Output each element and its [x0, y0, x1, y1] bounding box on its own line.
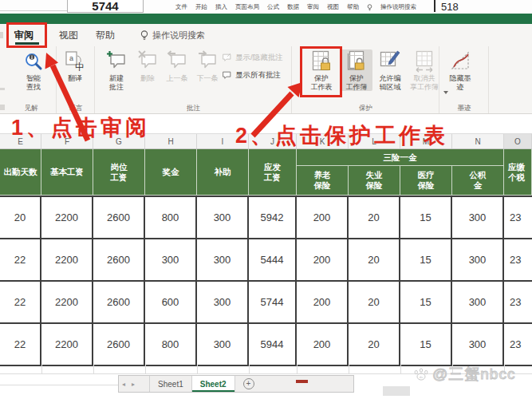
- table-cell[interactable]: 15: [400, 282, 452, 324]
- header-base-salary[interactable]: 基本工资: [41, 149, 93, 196]
- table-cell[interactable]: 300: [145, 239, 197, 282]
- table-cell[interactable]: 2200: [41, 197, 93, 239]
- table-cell[interactable]: 200: [297, 197, 349, 239]
- table-cell[interactable]: 22: [0, 282, 41, 324]
- menu-review[interactable]: 审阅: [307, 3, 319, 11]
- table-cell[interactable]: 20: [349, 239, 400, 282]
- table-cell[interactable]: 300: [452, 239, 504, 282]
- header-attendance-days[interactable]: 出勤天数: [0, 149, 41, 196]
- table-cell[interactable]: 23: [504, 324, 532, 366]
- column-header-J[interactable]: J: [249, 134, 297, 148]
- unshare-workbook-button[interactable]: 取消共享工作簿: [408, 49, 440, 91]
- table-cell[interactable]: 2200: [41, 282, 93, 324]
- header-medical-insurance[interactable]: 医疗保险: [400, 166, 452, 196]
- column-header-I[interactable]: I: [197, 134, 249, 148]
- header-gross-pay[interactable]: 应发工资: [249, 149, 297, 196]
- menu-formulas[interactable]: 公式: [267, 3, 279, 11]
- table-cell[interactable]: 300: [197, 197, 249, 239]
- header-unemployment-insurance[interactable]: 失业保险: [349, 166, 400, 196]
- table-cell[interactable]: 20: [349, 282, 400, 324]
- table-cell[interactable]: 2600: [93, 324, 145, 366]
- table-cell[interactable]: 2600: [93, 239, 145, 282]
- table-cell[interactable]: 15: [400, 324, 452, 366]
- header-insurance-group[interactable]: 三险一金: [297, 149, 504, 166]
- table-cell[interactable]: 20: [349, 197, 400, 239]
- table-cell[interactable]: 200: [297, 324, 349, 366]
- table-cell[interactable]: 20: [349, 324, 400, 366]
- sheet-nav-left-icon[interactable]: ◂: [119, 381, 128, 388]
- table-cell[interactable]: 2600: [93, 282, 145, 324]
- protect-workbook-button[interactable]: 保护工作簿: [341, 49, 372, 91]
- table-cell[interactable]: 23: [504, 239, 532, 282]
- menu-help[interactable]: 帮助: [347, 3, 359, 11]
- translate-button[interactable]: a中 翻译: [58, 49, 92, 83]
- column-header-K[interactable]: K: [297, 134, 349, 148]
- table-cell[interactable]: 300: [197, 282, 249, 324]
- table-cell[interactable]: 22: [0, 239, 41, 282]
- header-bonus[interactable]: 奖金: [145, 149, 197, 196]
- header-income-tax[interactable]: 应缴个税: [504, 149, 532, 196]
- column-header-F[interactable]: F: [41, 134, 93, 148]
- header-subsidy[interactable]: 补助: [197, 149, 249, 196]
- new-comment-button[interactable]: 新建批注: [100, 49, 133, 91]
- menu-insert[interactable]: 插入: [215, 3, 227, 11]
- table-cell[interactable]: 5944: [249, 324, 297, 366]
- previous-comment-button[interactable]: 上一条: [162, 49, 192, 83]
- next-comment-button[interactable]: 下一条: [192, 49, 223, 83]
- tell-me-search[interactable]: 操作说明搜索: [140, 30, 205, 41]
- menu-page-layout[interactable]: 页面布局: [235, 3, 259, 11]
- allow-edit-ranges-button[interactable]: 允许编辑区域: [372, 49, 408, 91]
- table-cell[interactable]: 200: [297, 239, 349, 282]
- table-cell[interactable]: 300: [197, 239, 249, 282]
- table-cell[interactable]: 5444: [249, 239, 297, 282]
- table-cell[interactable]: 300: [197, 324, 249, 366]
- table-cell[interactable]: 600: [145, 282, 197, 324]
- header-pension-insurance[interactable]: 养老保险: [297, 166, 349, 196]
- table-cell[interactable]: 5744: [249, 282, 297, 324]
- table-cell[interactable]: 20: [0, 197, 41, 239]
- table-cell[interactable]: 300: [452, 324, 504, 366]
- tab-help[interactable]: 帮助: [96, 29, 115, 42]
- table-cell[interactable]: 800: [145, 197, 197, 239]
- smart-lookup-button[interactable]: 智能查找: [18, 49, 49, 91]
- column-header-H[interactable]: H: [145, 134, 197, 148]
- menu-view[interactable]: 视图: [327, 3, 339, 11]
- column-header-N[interactable]: N: [452, 134, 504, 148]
- sheet-nav-right-icon[interactable]: ▸: [128, 381, 138, 388]
- column-header-G[interactable]: G: [93, 134, 145, 148]
- header-position-salary[interactable]: 岗位工资: [93, 149, 145, 196]
- table-cell[interactable]: 2600: [93, 197, 145, 239]
- table-cell[interactable]: 15: [400, 197, 452, 239]
- new-sheet-button[interactable]: +: [243, 378, 254, 389]
- column-header-M[interactable]: M: [400, 134, 452, 148]
- column-header-O[interactable]: O: [504, 134, 532, 148]
- menu-data[interactable]: 数据: [287, 3, 299, 11]
- table-cell[interactable]: 15: [400, 239, 452, 282]
- table-cell[interactable]: 23: [504, 282, 532, 324]
- sheet-tab-sheet2[interactable]: Sheet2: [192, 376, 235, 392]
- table-cell[interactable]: 300: [452, 282, 504, 324]
- menu-tell-me-search[interactable]: 操作说明搜索: [380, 3, 416, 11]
- sheet-tab-sheet1[interactable]: Sheet1: [149, 376, 192, 392]
- hide-ink-button[interactable]: 隐藏墨迹: [442, 49, 479, 94]
- show-all-comments-button[interactable]: 显示所有批注: [222, 70, 281, 81]
- table-cell[interactable]: 22: [0, 324, 41, 366]
- tab-view[interactable]: 视图: [59, 29, 78, 42]
- table-cell[interactable]: 2200: [41, 239, 93, 282]
- protect-sheet-button[interactable]: 保护工作表: [303, 49, 340, 91]
- column-header-E[interactable]: E: [0, 134, 41, 148]
- table-cell[interactable]: 800: [145, 324, 197, 366]
- background-cell-value: 5744: [67, 0, 144, 13]
- menu-home[interactable]: 开始: [195, 3, 207, 11]
- table-cell[interactable]: 2200: [41, 324, 93, 366]
- table-cell[interactable]: 23: [504, 197, 532, 239]
- table-cell[interactable]: 5942: [249, 197, 297, 239]
- table-cell[interactable]: 200: [297, 282, 349, 324]
- column-header-L[interactable]: L: [349, 134, 400, 148]
- show-hide-comments-button[interactable]: 显示/隐藏批注: [222, 53, 283, 63]
- header-housing-fund[interactable]: 公积金: [452, 166, 504, 196]
- table-cell[interactable]: 300: [452, 197, 504, 239]
- menu-file[interactable]: 文件: [175, 3, 187, 11]
- tab-review[interactable]: 审阅: [14, 29, 33, 42]
- delete-comment-button[interactable]: 删除: [133, 49, 162, 83]
